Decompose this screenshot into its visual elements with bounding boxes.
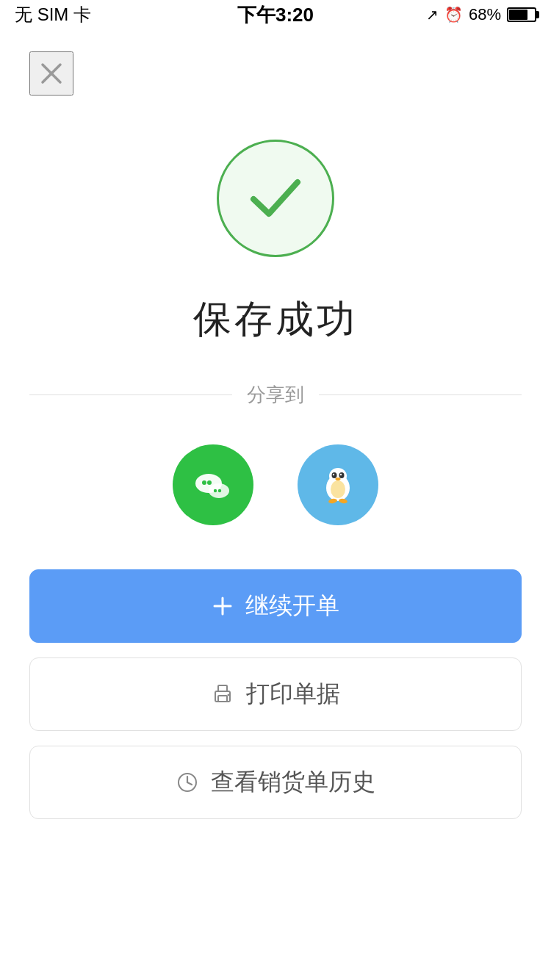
svg-point-23 [228,694,230,696]
success-title: 保存成功 [193,294,358,345]
svg-point-11 [339,472,344,478]
print-label: 打印单据 [246,678,340,710]
status-time: 下午3:20 [237,2,314,28]
svg-point-6 [213,489,216,491]
battery-icon [507,7,536,22]
carrier-text: 无 SIM 卡 [15,3,91,26]
close-button[interactable] [29,51,73,96]
print-button[interactable]: 打印单据 [29,657,522,731]
svg-rect-22 [218,696,227,702]
share-section: 分享到 [29,382,522,525]
history-button[interactable]: 查看销货单历史 [29,746,522,819]
status-right: ↗ ⏰ 68% [426,5,536,24]
svg-point-4 [207,480,212,485]
divider-right [319,394,522,395]
svg-point-15 [331,480,345,498]
clock-icon [176,771,199,794]
check-icon [242,164,309,233]
actions: 继续开单 打印单据 查看销货单历史 [29,569,522,819]
location-icon: ↗ [426,6,439,24]
status-left: 无 SIM 卡 [15,3,97,26]
svg-line-26 [187,782,192,785]
continue-button[interactable]: 继续开单 [29,569,522,643]
qq-share-button[interactable] [298,444,378,525]
history-label: 查看销货单历史 [211,766,375,799]
share-divider: 分享到 [29,382,522,408]
share-icons [173,444,378,525]
svg-point-3 [202,480,206,485]
svg-rect-21 [218,685,227,691]
alarm-icon: ⏰ [444,6,463,24]
status-bar: 无 SIM 卡 下午3:20 ↗ ⏰ 68% [0,0,551,29]
divider-left [29,394,232,395]
wechat-share-button[interactable] [173,444,253,525]
svg-point-14 [335,478,340,480]
continue-label: 继续开单 [245,590,339,622]
main-content: 保存成功 分享到 [0,29,551,980]
printer-icon [211,682,234,706]
battery-percent: 68% [469,5,501,24]
svg-point-7 [217,489,220,491]
share-label: 分享到 [247,382,304,408]
svg-point-12 [332,473,334,475]
success-icon-container [217,140,334,257]
svg-point-10 [331,472,336,478]
svg-point-13 [339,473,341,475]
plus-icon [212,595,234,617]
